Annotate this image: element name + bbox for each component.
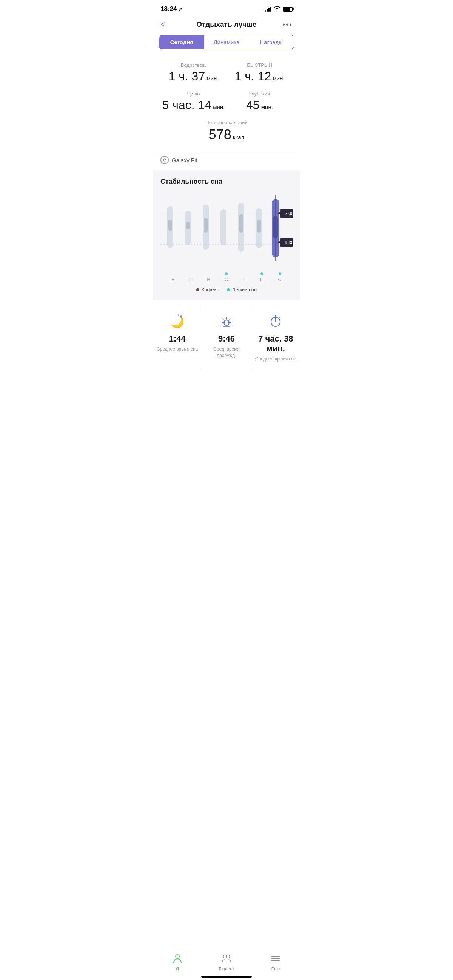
sleep-card-1: 9:46Сред. время пробужд. xyxy=(202,306,251,370)
day-dot xyxy=(225,272,228,275)
svg-rect-10 xyxy=(239,214,243,233)
day-label: С xyxy=(278,277,282,282)
sleep-card-0: 🌙 1:44Среднее время сна xyxy=(153,306,202,370)
card-value-2: 7 час. 38 мин. xyxy=(255,334,296,353)
tab-dynamics[interactable]: Динамика xyxy=(204,35,249,49)
signal-icon xyxy=(265,6,271,12)
day-col-3: С xyxy=(225,272,228,282)
sleep-chart: 2:00 9:30 xyxy=(160,193,293,269)
day-col-2: В xyxy=(207,272,210,282)
more-button[interactable]: ••• xyxy=(281,21,293,29)
day-col-5: П xyxy=(260,272,263,282)
section-title: Стабильность сна xyxy=(160,178,293,186)
legend-dot xyxy=(196,288,199,291)
light-value: 5 час. 14 мин. xyxy=(160,98,226,112)
day-label: В xyxy=(171,277,175,282)
day-col-6: С xyxy=(278,272,282,282)
day-label: Ч xyxy=(242,277,246,282)
svg-rect-5 xyxy=(186,221,190,229)
legend-dot xyxy=(227,288,230,291)
back-button[interactable]: < xyxy=(160,20,172,29)
card-value-0: 1:44 xyxy=(157,334,198,344)
device-row: Galaxy Fit xyxy=(153,152,300,169)
svg-text:2:00: 2:00 xyxy=(285,211,293,216)
rem-stat: БЫСТРЫЙ 1 ч. 12 мин. xyxy=(226,59,293,87)
wifi-icon xyxy=(274,6,281,13)
legend-label: Кофеин xyxy=(202,287,219,293)
day-dot xyxy=(260,272,263,275)
day-label: П xyxy=(260,277,263,282)
card-label-2: Среднее время сна xyxy=(255,356,296,362)
calories-stat: Потеряно калорий 578 ккал xyxy=(160,116,293,149)
card-label-1: Сред. время пробужд. xyxy=(206,346,247,359)
location-icon: ↗ xyxy=(178,6,182,12)
deep-value: 45 мин. xyxy=(226,98,293,112)
day-label: В xyxy=(207,277,210,282)
moon-icon: 🌙 xyxy=(157,313,198,331)
device-name: Galaxy Fit xyxy=(172,157,198,163)
day-label: С xyxy=(225,277,228,282)
svg-rect-12 xyxy=(257,220,261,233)
svg-rect-7 xyxy=(204,218,207,233)
card-value-1: 9:46 xyxy=(206,334,247,344)
sleep-cards: 🌙 1:44Среднее время сна 9:46Сред. время … xyxy=(153,306,300,370)
chart-legend: КофеинЛегкий сон xyxy=(160,287,293,293)
day-col-4: Ч xyxy=(242,272,246,282)
status-bar: 18:24 ↗ xyxy=(153,0,300,16)
sleep-stats: Бодрствов. 1 ч. 37 мин. БЫСТРЫЙ 1 ч. 12 … xyxy=(153,56,300,152)
light-stat: Чутко 5 час. 14 мин. xyxy=(160,87,226,116)
calories-value: 578 ккал xyxy=(160,127,293,143)
legend-item-1: Легкий сон xyxy=(227,287,257,293)
svg-text:9:30: 9:30 xyxy=(285,240,293,245)
tab-bar: Сегодня Динамика Награды xyxy=(159,35,294,49)
nav-header: < Отдыхать лучше ••• xyxy=(153,16,300,35)
day-dot xyxy=(279,272,281,275)
tab-today[interactable]: Сегодня xyxy=(159,35,204,49)
awake-label: Бодрствов. xyxy=(160,62,226,68)
svg-rect-3 xyxy=(168,220,172,231)
day-col-0: В xyxy=(171,272,175,282)
status-time: 18:24 ↗ xyxy=(160,5,182,13)
day-label: П xyxy=(189,277,193,282)
legend-label: Легкий сон xyxy=(232,287,257,293)
sleep-card-2: 7 час. 38 мин.Среднее время сна xyxy=(251,306,300,370)
awake-stat: Бодрствов. 1 ч. 37 мин. xyxy=(160,59,226,87)
rem-value: 1 ч. 12 мин. xyxy=(226,70,293,83)
device-link-icon xyxy=(160,156,169,164)
rem-label: БЫСТРЫЙ xyxy=(226,62,293,68)
svg-point-23 xyxy=(180,315,182,318)
svg-point-24 xyxy=(178,314,179,316)
stopwatch-icon xyxy=(255,313,296,331)
svg-text:🌙: 🌙 xyxy=(170,315,185,328)
sunrise-icon xyxy=(206,313,247,331)
tab-rewards[interactable]: Награды xyxy=(249,35,294,49)
sleep-stability-section: Стабильность сна xyxy=(153,170,300,300)
svg-rect-8 xyxy=(220,210,226,245)
card-label-0: Среднее время сна xyxy=(157,346,198,352)
deep-label: Глубокий xyxy=(226,91,293,97)
day-labels-row: ВПВСЧПС xyxy=(160,272,293,282)
status-icons xyxy=(265,6,293,13)
deep-stat: Глубокий 45 мин. xyxy=(226,87,293,116)
page-title: Отдыхать лучше xyxy=(172,21,281,29)
battery-icon xyxy=(283,7,293,12)
light-label: Чутко xyxy=(160,91,226,97)
day-col-1: П xyxy=(189,272,193,282)
calories-label: Потеряно калорий xyxy=(160,119,293,125)
awake-value: 1 ч. 37 мин. xyxy=(160,70,226,83)
legend-item-0: Кофеин xyxy=(196,287,219,293)
